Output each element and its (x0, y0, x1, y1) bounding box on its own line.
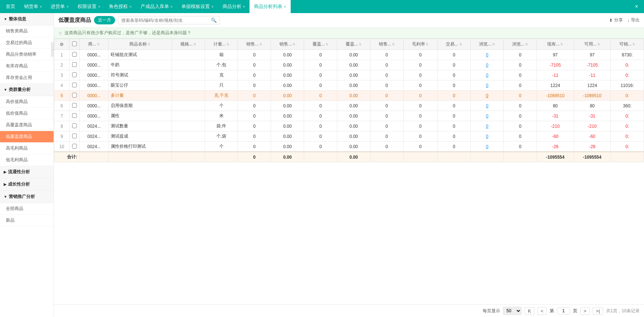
cell-browse1[interactable]: 0 (471, 101, 504, 111)
nav-close-goods-list[interactable]: × (284, 4, 286, 9)
nav-close-production[interactable]: × (170, 4, 173, 9)
cell-checkbox[interactable] (69, 50, 79, 60)
nav-purchase[interactable]: 进货单 × (46, 0, 73, 13)
sidebar-collapse-button[interactable]: « (51, 42, 54, 57)
nav-close-template[interactable]: × (211, 4, 213, 9)
cell-browse1[interactable]: 0 (471, 111, 504, 121)
row-checkbox[interactable] (72, 134, 77, 138)
cell-browse1[interactable]: 0 (471, 50, 504, 60)
filter-recent-month[interactable]: 近一月 (94, 16, 115, 24)
search-input[interactable] (121, 18, 211, 23)
column-trade[interactable]: 交易...⇅ (437, 39, 471, 50)
row-checkbox[interactable] (72, 93, 77, 98)
sidebar-section-cluster[interactable]: ▼ 类群量分析 (0, 84, 54, 96)
nav-goods-list[interactable]: 商品分析列表 × (250, 0, 290, 13)
sidebar-item-low-margin[interactable]: 低毛利商品 (0, 154, 54, 166)
column-name[interactable]: 商品名称⇅ (109, 39, 172, 50)
column-cover2[interactable]: 覆盖...⇅ (337, 39, 370, 50)
nav-goods-analysis[interactable]: 商品分析 × (218, 0, 250, 13)
cell-browse1[interactable]: 0 (471, 121, 504, 131)
cell-browse1[interactable]: 0 (471, 70, 504, 80)
sidebar-item-traded-goods[interactable]: 交易过的商品 (0, 37, 54, 49)
cell-browse2: 0 (504, 50, 537, 60)
nav-close-goods-analysis[interactable]: × (243, 4, 245, 9)
export-button[interactable]: ↓ 导出 (627, 17, 640, 23)
cell-checkbox[interactable] (69, 60, 79, 70)
column-browse2[interactable]: 浏览...⇅ (504, 39, 537, 50)
column-browse1[interactable]: 浏览...⇅ (471, 39, 504, 50)
share-button[interactable]: ⬆ 分享 (609, 17, 623, 23)
column-settings[interactable]: ⚙ (54, 39, 70, 50)
nav-roles[interactable]: 角色授权 × (105, 0, 136, 13)
cell-checkbox[interactable] (69, 70, 79, 80)
next-page-button[interactable]: > (580, 307, 590, 315)
row-checkbox[interactable] (72, 62, 77, 67)
column-cover1[interactable]: 覆盖...⇅ (304, 39, 337, 50)
first-page-button[interactable]: K (525, 307, 534, 315)
cell-sales2: 0.00 (271, 91, 304, 101)
column-code[interactable]: 商...⇅ (79, 39, 108, 50)
row-checkbox[interactable] (72, 72, 77, 77)
sidebar-item-stocked-goods[interactable]: 有库存商品 (0, 60, 54, 72)
sidebar-item-all-goods[interactable]: 全部商品 (0, 203, 54, 215)
column-stock3[interactable]: 可销...⇅ (611, 39, 644, 50)
cell-checkbox[interactable] (69, 101, 79, 111)
nav-close-roles[interactable]: × (129, 4, 131, 9)
cell-checkbox[interactable] (69, 131, 79, 142)
sidebar-item-sales-goods[interactable]: 销售类商品 (0, 25, 54, 37)
prev-page-button[interactable]: < (537, 307, 547, 315)
sidebar-item-high-margin[interactable]: 高毛利商品 (0, 143, 54, 154)
cell-browse1[interactable]: 0 (471, 80, 504, 91)
nav-permissions[interactable]: 权限设置 × (73, 0, 105, 13)
sidebar-item-low-coverage[interactable]: 低覆盖度商品 (0, 131, 54, 143)
page-input[interactable] (557, 307, 570, 314)
sidebar-item-high-coverage[interactable]: 高覆盖度商品 (0, 119, 54, 131)
nav-close-purchase[interactable]: × (66, 4, 68, 9)
column-gross[interactable]: 毛利率⇅ (403, 39, 437, 50)
column-spec[interactable]: 规格...⇅ (172, 39, 205, 50)
select-all-checkbox[interactable] (72, 41, 77, 46)
column-stock1[interactable]: 现有...⇅ (537, 39, 574, 50)
window-close-button[interactable]: × (631, 3, 643, 10)
nav-production[interactable]: 产成品入库单 × (136, 0, 177, 13)
column-stock2[interactable]: 可用...⇅ (574, 39, 611, 50)
sidebar-section-circulation[interactable]: ▶ 流通性分析 (0, 166, 54, 178)
column-sales2[interactable]: 销售...⇅ (271, 39, 304, 50)
nav-template[interactable]: 单据模板设置 × (177, 0, 218, 13)
nav-sales[interactable]: 销货单 × (20, 0, 46, 13)
row-checkbox[interactable] (72, 123, 77, 128)
total-records-label: 共1页，10条记录 (606, 308, 640, 314)
row-checkbox[interactable] (72, 52, 77, 57)
cell-checkbox[interactable] (69, 121, 79, 131)
cell-checkbox[interactable] (69, 142, 79, 152)
nav-close-permissions[interactable]: × (98, 4, 100, 9)
cell-browse1[interactable]: 0 (471, 131, 504, 142)
cell-code: 0000... (79, 91, 108, 101)
column-unit[interactable]: 计量...⇅ (205, 39, 238, 50)
nav-home[interactable]: 首页 (1, 0, 20, 13)
sidebar-item-low-value[interactable]: 低价值商品 (0, 108, 54, 119)
sidebar-item-high-value[interactable]: 高价值商品 (0, 96, 54, 108)
row-checkbox[interactable] (72, 113, 77, 118)
row-checkbox[interactable] (72, 83, 77, 87)
column-sales3[interactable]: 销售...⇅ (370, 39, 403, 50)
sidebar-item-new-goods[interactable]: 新品 (0, 215, 54, 226)
cell-checkbox[interactable] (69, 91, 79, 101)
last-page-button[interactable]: >| (593, 307, 603, 315)
row-checkbox[interactable] (72, 103, 77, 108)
cell-browse1[interactable]: 0 (471, 91, 504, 101)
column-sales1[interactable]: 销售...⇅ (238, 39, 271, 50)
cell-checkbox[interactable] (69, 80, 79, 91)
sidebar-section-growth[interactable]: ▶ 成长性分析 (0, 178, 54, 191)
sidebar-section-overall[interactable]: ▼ 整体信息 (0, 13, 54, 25)
cell-stock2: -210 (574, 121, 611, 131)
row-checkbox[interactable] (72, 144, 77, 148)
sidebar-item-category-rate[interactable]: 商品分类动销率 (0, 49, 54, 60)
cell-checkbox[interactable] (69, 111, 79, 121)
cell-browse1[interactable]: 0 (471, 60, 504, 70)
nav-close-sales[interactable]: × (40, 4, 42, 9)
cell-browse1[interactable]: 0 (471, 142, 504, 152)
sidebar-item-stock-capital[interactable]: 库存资金占用 (0, 72, 54, 84)
sidebar-section-marketing[interactable]: ▼ 营销推广分析 (0, 191, 54, 203)
per-page-select[interactable]: 50 20 100 (503, 307, 522, 315)
